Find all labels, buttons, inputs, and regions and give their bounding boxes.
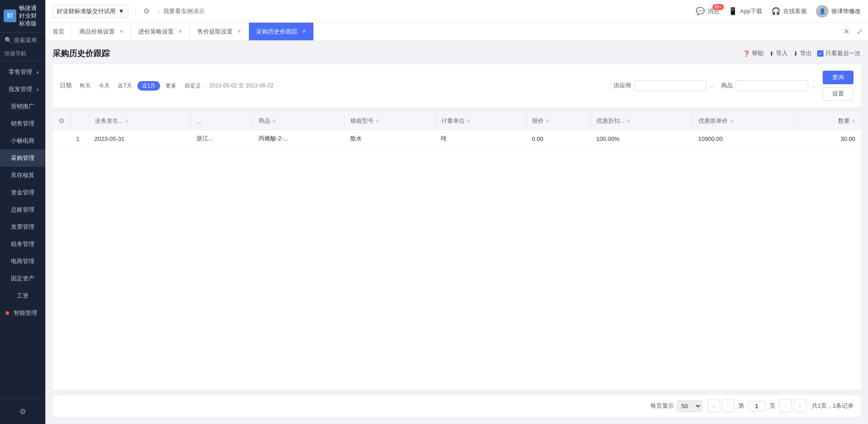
page-next-btn[interactable]: › <box>779 400 792 412</box>
col-extra[interactable]: ... <box>191 112 253 130</box>
date-range-display: 2023-05-02 至 2023-06-02 <box>209 82 273 90</box>
sidebar-gear-icon[interactable]: ⚙ <box>0 404 45 419</box>
date-option-yesterday[interactable]: 昨天 <box>77 81 93 91</box>
tab-price-settings[interactable]: 商品价格设置 ✕ <box>72 23 131 41</box>
page-last-btn[interactable]: » <box>794 400 806 412</box>
sidebar-item-finance[interactable]: 资金管理 <box>0 184 45 201</box>
sidebar-item-inventory[interactable]: 库存核算 <box>0 167 45 184</box>
sidebar-quick-nav[interactable]: 快捷导航 <box>0 48 45 59</box>
date-option-custom[interactable]: 自定义 <box>182 81 204 91</box>
export-button[interactable]: ⬇ 导出 <box>793 49 812 58</box>
message-icon: 💬 <box>696 7 705 15</box>
sidebar-item-ecommerce[interactable]: 电商管理 <box>0 253 45 270</box>
sidebar-item-sales[interactable]: 销售管理 <box>0 115 45 132</box>
messages-badge: 99+ <box>712 4 724 10</box>
retail-arrow-icon: ▲ <box>35 69 40 74</box>
col-quantity[interactable]: 数量 ⇅ <box>797 112 861 130</box>
goods-filter-label: 商品 <box>721 82 733 90</box>
tab-sale-price-close[interactable]: ✕ <box>237 29 241 34</box>
date-option-more[interactable]: 更多 <box>163 81 179 91</box>
sidebar-item-payroll[interactable]: 工资 <box>0 287 45 304</box>
online-service-button[interactable]: 🎧 在线客服 <box>771 7 807 15</box>
tab-purchase-strategy[interactable]: 进价策略设置 ✕ <box>131 23 190 41</box>
date-option-last1m[interactable]: 近1月 <box>137 81 161 91</box>
help-button[interactable]: ❓ 帮助 <box>743 49 764 58</box>
goods-input[interactable] <box>736 80 808 91</box>
date-option-last7[interactable]: 近7天 <box>115 81 135 91</box>
col-goods[interactable]: 商品 ⇅ <box>253 112 345 130</box>
tab-maximize-icon[interactable]: ⤢ <box>855 27 864 36</box>
supplier-input[interactable] <box>634 80 707 91</box>
demo-link[interactable]: ○ 我要看实例演示 <box>157 7 205 15</box>
content-area: 采购历史价跟踪 ❓ 帮助 ⬆ 导入 ⬇ 导出 ✓ 只看最后一次 <box>45 41 868 424</box>
main-area: 好业财标准版交付试用 ▼ ⚙ ○ 我要看实例演示 💬 消息 99+ 📱 App下… <box>45 0 868 424</box>
row-quantity: 30.00 <box>797 130 861 148</box>
query-button[interactable]: 查询 <box>823 71 853 84</box>
date-sort-icon: ⇅ <box>125 119 128 124</box>
col-index <box>71 112 89 130</box>
col-spec[interactable]: 规格型号 ⇅ <box>345 112 435 130</box>
date-filter-label: 日期 <box>60 82 72 90</box>
sidebar-item-retail[interactable]: 零售管理 ▲ <box>0 63 45 81</box>
per-page-select[interactable]: 10 20 50 100 <box>677 400 702 412</box>
tab-home[interactable]: 首页 <box>45 23 72 41</box>
tab-purchase-history-close[interactable]: ✕ <box>302 29 306 34</box>
help-icon: ❓ <box>743 50 750 57</box>
col-unit[interactable]: 计量单位 ⇅ <box>435 112 526 130</box>
supplier-filter-group: 供应商 ... <box>614 80 714 91</box>
col-pre-discount[interactable]: 优惠前单价 ⇅ <box>693 112 797 130</box>
topbar-right: 💬 消息 99+ 📱 App下载 🎧 在线客服 👤 徐泽华修改 <box>696 5 861 18</box>
page-summary: 共1页，1条记录 <box>812 402 853 410</box>
tabbar-actions: ✕ ⤢ <box>842 27 868 36</box>
sidebar-item-purchase[interactable]: 采购管理 <box>0 149 45 167</box>
page-first-btn[interactable]: « <box>707 400 720 412</box>
page-prev-btn[interactable]: ‹ <box>722 400 735 412</box>
import-button[interactable]: ⬆ 导入 <box>769 49 788 58</box>
page-title: 采购历史价跟踪 <box>53 48 110 59</box>
sidebar-item-fixed-assets[interactable]: 固定资产 <box>0 270 45 287</box>
goods-sort-icon: ⇅ <box>272 119 276 124</box>
row-goods: 丙烯酸-2-... <box>253 130 345 148</box>
row-gear-cell <box>53 130 71 148</box>
sidebar-bottom: ⚙ <box>0 399 45 424</box>
sidebar-item-marketing[interactable]: 营销推广 <box>0 98 45 115</box>
topbar: 好业财标准版交付试用 ▼ ⚙ ○ 我要看实例演示 💬 消息 99+ 📱 App下… <box>45 0 868 23</box>
pagination-bar: 每页显示 10 20 50 100 « ‹ 第 页 › » 共1页，1条记录 <box>53 395 861 417</box>
only-last-checkbox[interactable]: ✓ <box>817 50 824 57</box>
sidebar-item-general-ledger[interactable]: 总账管理 <box>0 201 45 218</box>
edition-settings-icon[interactable]: ⚙ <box>143 7 150 15</box>
only-last-checkbox-label[interactable]: ✓ 只看最后一次 <box>817 49 861 58</box>
supplier-more-btn[interactable]: ... <box>709 82 714 89</box>
sidebar-search[interactable]: 🔍 搜索菜单 <box>0 33 45 48</box>
sidebar-item-intelligent[interactable]: 智能管理 <box>0 304 45 322</box>
settings-button[interactable]: 设置 <box>823 87 853 101</box>
sidebar-item-wholesale[interactable]: 批发管理 ▲ <box>0 81 45 98</box>
tabbar: 首页 商品价格设置 ✕ 进价策略设置 ✕ 售价提取设置 ✕ 采购历史价跟踪 ✕ … <box>45 23 868 41</box>
sidebar-item-ecommerce-small[interactable]: 小畅电商 <box>0 132 45 149</box>
col-quote[interactable]: 报价 ⇅ <box>527 112 591 130</box>
online-service-label: 在线客服 <box>783 7 807 15</box>
spec-sort-icon: ⇅ <box>375 119 379 124</box>
sidebar-item-invoice[interactable]: 发票管理 <box>0 218 45 236</box>
date-option-today[interactable]: 今天 <box>96 81 112 91</box>
row-spec: 散水 <box>345 130 435 148</box>
sidebar-item-tax[interactable]: 税务管理 <box>0 236 45 253</box>
table-gear-icon[interactable]: ⚙ <box>59 117 64 125</box>
app-download-button[interactable]: 📱 App下载 <box>728 7 762 15</box>
user-profile[interactable]: 👤 徐泽华修改 <box>816 5 861 18</box>
goods-more-btn[interactable]: ... <box>811 82 815 89</box>
col-discount[interactable]: 优惠折扣... ⇅ <box>591 112 693 130</box>
sidebar-logo: 财 畅捷通好业财 标准版 <box>0 0 45 33</box>
tab-close-window-icon[interactable]: ✕ <box>842 27 851 36</box>
edition-selector[interactable]: 好业财标准版交付试用 ▼ <box>53 5 128 18</box>
tab-price-settings-close[interactable]: ✕ <box>119 29 123 34</box>
page-input[interactable] <box>748 401 766 411</box>
tab-purchase-history[interactable]: 采购历史价跟踪 ✕ <box>249 23 314 41</box>
filter-panel: 日期 昨天 今天 近7天 近1月 更多 自定义 2023-05-02 至 202… <box>53 64 861 107</box>
col-date[interactable]: 业务发生... ⇅ <box>89 112 191 130</box>
tab-purchase-strategy-close[interactable]: ✕ <box>178 29 182 34</box>
table-row: 1 2023-05-31 浙江... 丙烯酸-2-... 散水 吨 0.00 1… <box>53 130 861 148</box>
col-gear[interactable]: ⚙ <box>53 112 71 130</box>
messages-button[interactable]: 💬 消息 99+ <box>696 7 719 15</box>
tab-sale-price[interactable]: 售价提取设置 ✕ <box>190 23 249 41</box>
